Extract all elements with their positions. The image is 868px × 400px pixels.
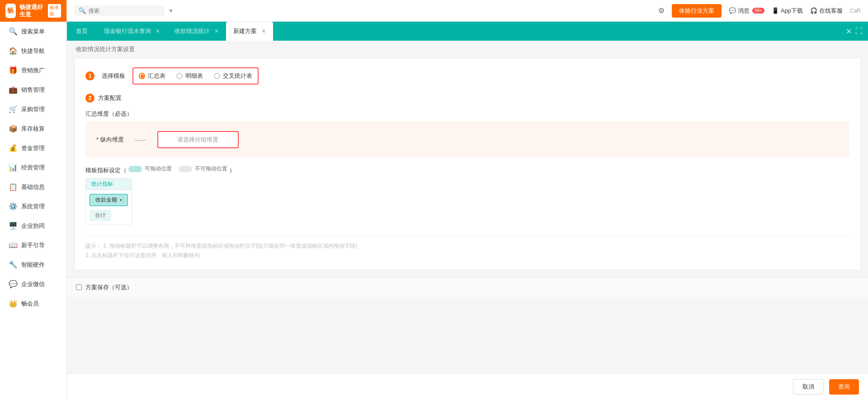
money-icon: 💰 bbox=[9, 144, 18, 152]
tips-line1: 提示： 1. 拖动标题栏可以调整布局，不可跨维度或指标区域拖动栏目字段(只能在同… bbox=[85, 241, 849, 251]
sidebar-item-guide[interactable]: 📖 新手引导 bbox=[0, 235, 66, 255]
sidebar: 畅 畅捷通好生意 标准版 🔍 搜索菜单 🏠 快捷导航 🎁 营销推广 💼 销售管理… bbox=[0, 0, 67, 400]
user-info[interactable]: CaR bbox=[850, 8, 861, 14]
indicator-header: 模板指标设定（ 可拖动位置 不可拖动位置 ） bbox=[85, 165, 849, 174]
sidebar-item-smart-hw[interactable]: 🔧 智能硬件 bbox=[0, 255, 66, 274]
radio-label-detail: 明细表 bbox=[185, 72, 203, 80]
dimension-area: * 纵向维度 —— 请选择分组维度 bbox=[85, 122, 849, 158]
sidebar-item-label: 系统管理 bbox=[21, 202, 45, 211]
breadcrumb: 收款情况统计方案设置 bbox=[67, 41, 868, 58]
dimension-section: 汇总维度（必选） * 纵向维度 —— 请选择分组维度 bbox=[85, 110, 849, 158]
sidebar-item-label: 库存核算 bbox=[21, 125, 45, 133]
close-paren: ） bbox=[229, 167, 235, 174]
tips-line2: 2. 点击标题栏下拉可设置排序、插入列和删除列 bbox=[85, 251, 849, 261]
sidebar-item-enterprise[interactable]: 🖥️ 企业协同 bbox=[0, 216, 66, 235]
stats-section-label: 统计指标 bbox=[86, 179, 132, 190]
indicator-tag-amount[interactable]: 收款金额 ▾ bbox=[90, 194, 128, 206]
dimension-placeholder[interactable]: 请选择分组维度 bbox=[157, 131, 239, 148]
notification-badge: 99+ bbox=[752, 8, 764, 14]
sidebar-item-label: 采购管理 bbox=[21, 105, 45, 113]
maximize-icon[interactable]: ⛶ bbox=[855, 27, 863, 35]
sidebar-item-label: 快捷导航 bbox=[21, 47, 45, 55]
tab-close-icon[interactable]: ✕ bbox=[156, 28, 160, 34]
template-options: 汇总表 明细表 交叉统计表 bbox=[132, 67, 259, 85]
sidebar-item-system[interactable]: ⚙️ 系统管理 bbox=[0, 197, 66, 216]
cart-icon: 🛒 bbox=[9, 105, 18, 113]
save-checkbox[interactable] bbox=[76, 284, 82, 290]
indicator-section: 模板指标设定（ 可拖动位置 不可拖动位置 ） bbox=[85, 165, 849, 226]
step2-section: 2 方案配置 汇总维度（必选） * 纵向维度 —— 请选择分组维度 bbox=[85, 94, 849, 261]
movable-label: 可拖动位置 bbox=[145, 165, 172, 173]
close-window-icon[interactable]: ✕ bbox=[846, 27, 852, 36]
radio-cross[interactable]: 交叉统计表 bbox=[214, 72, 252, 80]
app-download-label: App下载 bbox=[781, 7, 803, 15]
box-icon: 📦 bbox=[9, 124, 18, 133]
query-button[interactable]: 查询 bbox=[829, 379, 859, 395]
message-icon: 💬 bbox=[729, 7, 736, 14]
tab-label: 收款情况统计 bbox=[175, 27, 210, 35]
step1-badge: 1 bbox=[85, 71, 94, 80]
fixed-label: 不可拖动位置 bbox=[195, 165, 227, 173]
radio-detail[interactable]: 明细表 bbox=[176, 72, 203, 80]
indicator-table: 统计指标 收款金额 ▾ 合计 bbox=[85, 178, 132, 225]
tab-close-icon[interactable]: ✕ bbox=[261, 28, 266, 34]
sidebar-item-basic-info[interactable]: 📋 基础信息 bbox=[0, 177, 66, 197]
indicator-row-total: 合计 bbox=[88, 208, 130, 223]
sidebar-item-capital[interactable]: 💰 资金管理 bbox=[0, 138, 66, 158]
app-download-item[interactable]: 📱 App下载 bbox=[772, 7, 803, 15]
chevron-down-icon: ▾ bbox=[120, 198, 122, 202]
monitor-icon: 🖥️ bbox=[9, 221, 18, 230]
search-menu-icon: 🔍 bbox=[9, 27, 18, 36]
search-input[interactable] bbox=[89, 8, 152, 14]
logo-text: 畅捷通好生意 bbox=[19, 4, 44, 18]
sidebar-nav: 🔍 搜索菜单 🏠 快捷导航 🎁 营销推广 💼 销售管理 🛒 采购管理 📦 库存核… bbox=[0, 22, 66, 400]
user-avatar: CaR bbox=[850, 8, 861, 14]
mobile-icon: 📱 bbox=[772, 7, 779, 14]
movable-legend-wrapper: 可拖动位置 bbox=[128, 165, 172, 173]
step1-row: 1 选择模板 汇总表 明细表 交叉统计表 bbox=[85, 67, 849, 85]
tab-bar: 首页 现金银行流水查询 ✕ 收款情况统计 ✕ 新建方案 ✕ ✕ ⛶ bbox=[67, 22, 868, 41]
sidebar-item-operation[interactable]: 📊 经营管理 bbox=[0, 158, 66, 177]
sidebar-item-weixin[interactable]: 💬 企业微信 bbox=[0, 274, 66, 294]
toggle-movable-icon bbox=[128, 166, 142, 172]
dropdown-arrow-icon[interactable]: ▼ bbox=[168, 8, 174, 14]
sidebar-item-sales[interactable]: 💼 销售管理 bbox=[0, 80, 66, 99]
notification-item[interactable]: 💬 消息 99+ bbox=[729, 7, 764, 15]
sidebar-item-label: 新手引导 bbox=[21, 241, 45, 249]
logo-badge: 标准版 bbox=[48, 4, 61, 18]
tool-icon: 🔧 bbox=[9, 260, 18, 269]
home-icon: 🏠 bbox=[9, 47, 18, 55]
step1-label: 选择模板 bbox=[102, 72, 125, 80]
industry-btn[interactable]: 体验行业方案 bbox=[672, 4, 722, 18]
sidebar-item-inventory[interactable]: 📦 库存核算 bbox=[0, 119, 66, 138]
sidebar-item-search-menu[interactable]: 🔍 搜索菜单 bbox=[0, 22, 66, 41]
footer-bar: 取消 查询 bbox=[67, 373, 868, 400]
sidebar-item-member[interactable]: 👑 畅会员 bbox=[0, 294, 66, 313]
toggle-fixed-icon bbox=[179, 166, 192, 172]
tab-label: 现金银行流水查询 bbox=[104, 27, 151, 35]
sidebar-item-marketing[interactable]: 🎁 营销推广 bbox=[0, 61, 66, 80]
settings-icon: ⚙️ bbox=[9, 202, 18, 211]
gift-icon: 🎁 bbox=[9, 66, 18, 75]
indicator-title-text: 模板指标设定（ bbox=[85, 167, 127, 174]
sidebar-item-label: 经营管理 bbox=[21, 164, 45, 172]
content-area: 收款情况统计方案设置 1 选择模板 汇总表 明细表 bbox=[67, 41, 868, 373]
tab-new-plan[interactable]: 新建方案 ✕ bbox=[226, 22, 273, 41]
gear-icon[interactable]: ⚙ bbox=[658, 6, 665, 15]
tab-receipt-stats[interactable]: 收款情况统计 ✕ bbox=[167, 22, 226, 41]
sidebar-item-purchase[interactable]: 🛒 采购管理 bbox=[0, 99, 66, 119]
main-area: 🔍 ▼ ⚙ 体验行业方案 💬 消息 99+ 📱 App下载 🎧 在线客服 CaR bbox=[67, 0, 868, 400]
cancel-button[interactable]: 取消 bbox=[793, 379, 824, 395]
sidebar-item-quick-nav[interactable]: 🏠 快捷导航 bbox=[0, 41, 66, 61]
radio-summary[interactable]: 汇总表 bbox=[139, 72, 165, 80]
tab-close-icon[interactable]: ✕ bbox=[214, 28, 219, 34]
tab-home[interactable]: 首页 bbox=[67, 22, 97, 41]
book-icon: 📖 bbox=[9, 241, 18, 249]
sidebar-item-label: 资金管理 bbox=[21, 144, 45, 152]
arrow-icon: —— bbox=[135, 136, 146, 143]
breadcrumb-text: 收款情况统计方案设置 bbox=[76, 46, 135, 52]
tab-bank-flow[interactable]: 现金银行流水查询 ✕ bbox=[97, 22, 167, 41]
online-support-item[interactable]: 🎧 在线客服 bbox=[810, 7, 843, 15]
sidebar-item-label: 营销推广 bbox=[21, 66, 45, 75]
clipboard-icon: 📋 bbox=[9, 183, 18, 191]
